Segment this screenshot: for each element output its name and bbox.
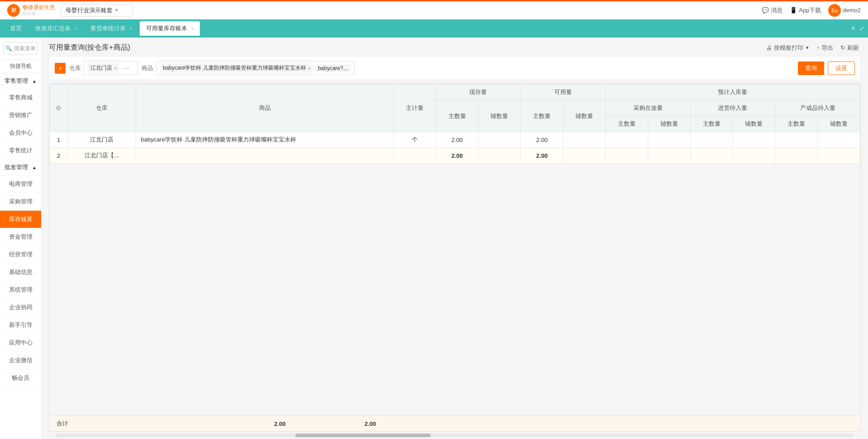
sidebar-item-retail-mall-label: 零售商城 bbox=[9, 94, 33, 102]
sidebar-item-basic-info[interactable]: 基础信息 bbox=[0, 264, 41, 281]
quick-nav-btn[interactable]: 快捷导航 bbox=[0, 60, 41, 73]
sidebar-item-wholesale-mgmt-label: 批发管理 bbox=[5, 163, 28, 171]
table-gear-icon[interactable]: ⚙ bbox=[56, 104, 61, 112]
industry-selector[interactable]: 母婴行业演示账套 ▼ bbox=[61, 4, 133, 17]
user-profile[interactable]: Ea demo2 bbox=[828, 4, 861, 17]
goods-input[interactable]: babycare学饮杯 儿童防摔防撞吸管杯重力球吸嘴杯宝宝水杯 × babyca… bbox=[156, 61, 354, 75]
maximize-window-btn[interactable]: ⤢ bbox=[859, 25, 864, 32]
tab-order-stats[interactable]: 要货单统计表 × bbox=[84, 21, 138, 36]
main-layout: 🔍 搜索菜单 快捷导航 零售管理 ▲ 零售商城 营销推广 会员中心 零售统计 批… bbox=[0, 38, 868, 439]
th-estimated-in: 预计入库量 bbox=[605, 85, 860, 100]
tab-home[interactable]: 首页 bbox=[4, 21, 28, 36]
row2-avail-aux bbox=[563, 148, 606, 164]
sidebar-item-enterprise-collab[interactable]: 企业协同 bbox=[0, 299, 41, 316]
sidebar-item-retail-stats[interactable]: 零售统计 bbox=[0, 142, 41, 160]
tab-available-stock-close[interactable]: × bbox=[191, 26, 193, 31]
sidebar-item-marketing[interactable]: 营销推广 bbox=[0, 107, 41, 124]
sidebar-item-purchase-label: 采购管理 bbox=[9, 198, 33, 206]
row2-current-main: 2.00 bbox=[436, 148, 478, 164]
sidebar-item-ecommerce[interactable]: 电商管理 bbox=[0, 175, 41, 193]
sidebar-item-app-center[interactable]: 应用中心 bbox=[0, 334, 41, 352]
industry-label: 母婴行业演示账套 bbox=[66, 6, 113, 14]
tab-order-stats-close[interactable]: × bbox=[129, 26, 132, 31]
th-purchase-transit: 采购在途量 bbox=[605, 100, 690, 116]
tab-available-stock[interactable]: 可用量库存账本 × bbox=[140, 21, 200, 36]
top-bar-left: 好 畅捷通好生意 标准版 母婴行业演示账套 ▼ bbox=[7, 4, 133, 17]
filter-actions: 查询 设置 bbox=[798, 61, 855, 75]
th-goods: 商品 bbox=[136, 85, 393, 132]
row1-products-main bbox=[775, 132, 818, 148]
row1-goods-pending-aux bbox=[733, 132, 775, 148]
app-download-btn[interactable]: 📱 App下载 bbox=[790, 6, 821, 14]
sidebar-item-wholesale-mgmt[interactable]: 批发管理 ▲ bbox=[0, 160, 41, 175]
warehouse-input[interactable]: 江北门店 × ··· bbox=[84, 61, 138, 75]
scrollbar-thumb[interactable] bbox=[295, 434, 431, 437]
logo-area: 好 畅捷通好生意 标准版 bbox=[7, 4, 55, 17]
scrollbar-track[interactable] bbox=[56, 434, 854, 437]
warehouse-tag-remove[interactable]: × bbox=[114, 66, 117, 71]
warehouse-filter-label: 仓库 bbox=[69, 64, 81, 72]
row1-products-aux bbox=[818, 132, 860, 148]
expand-filter-btn[interactable]: » bbox=[55, 63, 66, 74]
sidebar-item-enterprise-collab-label: 企业协同 bbox=[9, 303, 33, 312]
sidebar-item-system[interactable]: 系统管理 bbox=[0, 281, 41, 299]
th-products-aux: 辅数量 bbox=[818, 116, 860, 132]
sidebar-item-enterprise-wechat[interactable]: 企业微信 bbox=[0, 352, 41, 369]
tab-order-stats-label: 要货单统计表 bbox=[90, 24, 126, 33]
row1-avail-main: 2.00 bbox=[521, 132, 563, 148]
warehouse-more-icon[interactable]: ··· bbox=[121, 64, 131, 72]
sidebar-item-member[interactable]: 畅会员 bbox=[0, 369, 41, 387]
tab-stock-summary[interactable]: 收发存汇总表 × bbox=[29, 21, 83, 36]
sidebar-item-app-center-label: 应用中心 bbox=[9, 339, 33, 347]
export-btn[interactable]: ↑ 导出 bbox=[815, 44, 835, 52]
sidebar-item-retail-mgmt[interactable]: 零售管理 ▲ bbox=[0, 73, 41, 89]
avatar: Ea bbox=[828, 4, 841, 17]
app-download-label: App下载 bbox=[799, 6, 821, 14]
export-label: 导出 bbox=[821, 44, 833, 52]
sidebar-item-enterprise-wechat-label: 企业微信 bbox=[9, 356, 33, 364]
close-window-btn[interactable]: × bbox=[851, 24, 855, 33]
sidebar-item-new-guide[interactable]: 新手引导 bbox=[0, 316, 41, 334]
print-icon: 🖨 bbox=[766, 44, 772, 51]
sidebar-item-purchase[interactable]: 采购管理 bbox=[0, 193, 41, 211]
export-icon: ↑ bbox=[817, 44, 820, 51]
th-unit: 主计量 bbox=[393, 85, 436, 132]
goods-filter: 商品 babycare学饮杯 儿童防摔防撞吸管杯重力球吸嘴杯宝宝水杯 × bab… bbox=[142, 61, 354, 75]
row1-avail-aux bbox=[563, 132, 606, 148]
row2-current-aux bbox=[478, 148, 521, 164]
message-label: 消息 bbox=[771, 6, 783, 14]
logo-icon: 好 bbox=[7, 4, 20, 17]
th-products-pending: 产成品待入量 bbox=[775, 100, 860, 116]
sidebar-item-operations[interactable]: 经营管理 bbox=[0, 246, 41, 264]
th-available: 可用量 bbox=[521, 85, 606, 100]
search-icon: 🔍 bbox=[5, 45, 12, 52]
table-footer: 合计 2.00 2.00 bbox=[49, 416, 861, 432]
goods-tag-1-text: babycare学饮杯 儿童防摔防撞吸管杯重力球吸嘴杯宝宝水杯 bbox=[163, 64, 306, 72]
sidebar-item-member-label: 畅会员 bbox=[12, 374, 29, 382]
row1-index: 1 bbox=[50, 132, 68, 148]
row1-goods-pending-main bbox=[690, 132, 733, 148]
sidebar-item-member-center[interactable]: 会员中心 bbox=[0, 124, 41, 142]
refresh-btn[interactable]: ↻ 刷新 bbox=[839, 44, 861, 52]
row2-unit bbox=[393, 148, 436, 164]
row2-goods-pending-aux bbox=[733, 148, 775, 164]
header-actions: 🖨 按模板打印 ▼ ↑ 导出 ↻ 刷新 bbox=[764, 44, 861, 52]
sidebar-item-finance[interactable]: 资金管理 bbox=[0, 228, 41, 246]
sidebar-item-inventory[interactable]: 库存核算 bbox=[0, 211, 41, 228]
th-current-aux: 辅数量 bbox=[478, 100, 521, 132]
row1-purchase-main bbox=[605, 132, 648, 148]
query-btn[interactable]: 查询 bbox=[798, 61, 824, 75]
settings-btn[interactable]: 设置 bbox=[828, 61, 855, 75]
tab-stock-summary-close[interactable]: × bbox=[74, 26, 77, 31]
message-btn[interactable]: 💬 消息 bbox=[762, 6, 783, 14]
print-btn[interactable]: 🖨 按模板打印 ▼ bbox=[764, 44, 811, 52]
content-header: 可用量查询(按仓库+商品) 🖨 按模板打印 ▼ ↑ 导出 ↻ 刷新 bbox=[42, 38, 868, 56]
search-menu-btn[interactable]: 🔍 搜索菜单 bbox=[4, 42, 38, 55]
sidebar-search-area: 🔍 搜索菜单 bbox=[0, 38, 41, 60]
warehouse-tag-text: 江北门店 bbox=[90, 64, 112, 72]
th-avail-main: 主数量 bbox=[521, 100, 563, 132]
goods-tag-1-remove[interactable]: × bbox=[308, 66, 311, 71]
th-purchase-main: 主数量 bbox=[605, 116, 648, 132]
sidebar-item-retail-mall[interactable]: 零售商城 bbox=[0, 89, 41, 107]
row1-goods: babycare学饮杯 儿童防摔防撞吸管杯重力球吸嘴杯宝宝水杯 bbox=[136, 132, 393, 148]
